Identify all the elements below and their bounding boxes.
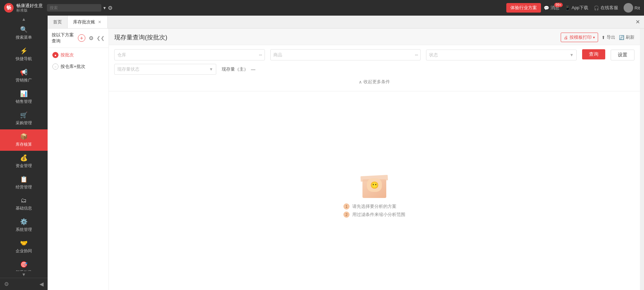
quantity-main-filter: 现存量（主） —: [222, 66, 634, 72]
tip-num-1: 1: [343, 203, 350, 210]
empty-state: 😶 1 请先选择要分析的方案 2 用过滤条件来缩小分析范围: [109, 91, 640, 290]
tab-end-close-btn[interactable]: ✕: [631, 19, 644, 25]
print-label: 按模板打印: [570, 34, 592, 40]
page-title: 现存量查询(按批次): [114, 33, 167, 41]
sidebar-item-label: 搜索菜单: [16, 35, 32, 40]
sidebar-item-finance[interactable]: 💰 资金管理: [0, 151, 48, 172]
app-brand: 畅康通好生意: [16, 3, 43, 8]
scheme-active-icon: ●: [52, 52, 58, 58]
scheme-label: 按批次: [61, 52, 74, 58]
product-dots[interactable]: ···: [414, 51, 418, 58]
app-edition: 标准版: [16, 8, 41, 13]
tab-bar: 首页 库存批次账 ✕ ✕: [48, 16, 644, 29]
sidebar-item-label: 系统管理: [16, 227, 32, 233]
print-btn[interactable]: 🖨 按模板打印 ▾: [561, 33, 598, 42]
enterprise-icon: 🤝: [20, 239, 28, 247]
warehouse-filter[interactable]: 仓库 ···: [114, 49, 265, 60]
refresh-btn[interactable]: 🔄 刷新: [619, 34, 634, 40]
online-service-btn[interactable]: 🎧 在线客服: [594, 5, 618, 11]
warehouse-dots[interactable]: ···: [259, 51, 262, 58]
search-input[interactable]: [47, 4, 101, 12]
sidebar-item-sales[interactable]: 📊 销售管理: [0, 87, 48, 108]
empty-tip-1: 1 请先选择要分析的方案: [343, 203, 405, 210]
product-filter[interactable]: 商品 ···: [270, 49, 421, 60]
sidebar-item-operations[interactable]: 📋 经营管理: [0, 172, 48, 194]
sidebar-item-basics[interactable]: 🗂 基础信息: [0, 194, 48, 215]
settings-scheme-btn[interactable]: ⚙: [87, 34, 95, 42]
empty-tips: 1 请先选择要分析的方案 2 用过滤条件来缩小分析范围: [343, 203, 405, 218]
sidebar: ▲ 🔍 搜索菜单 ⚡ 快捷导航 📢 营销推广 📊 销售管理 🛒 采购管理: [0, 16, 48, 290]
topbar-right: 💬 消息 99+ 📱 App下载 🎧 在线客服 Rit: [544, 3, 640, 13]
newbie-icon: 🎯: [20, 261, 28, 268]
sidebar-item-enterprise[interactable]: 🤝 企业协同: [0, 236, 48, 257]
sidebar-item-system[interactable]: ⚙️ 系统管理: [0, 215, 48, 236]
user-profile-btn[interactable]: Rit: [624, 3, 640, 13]
query-btn[interactable]: 查询: [582, 49, 605, 59]
page-header: 现存量查询(按批次) 🖨 按模板打印 ▾ ⬆ 导出 🔄: [109, 29, 640, 45]
scheme-list: ● 按批次 ○ 按仓库+批次: [48, 48, 108, 74]
inventory-status-filter[interactable]: 现存量状态 ▼: [114, 64, 216, 75]
scheme-label: 按仓库+批次: [61, 64, 85, 70]
sidebar-scroll-down[interactable]: ▼: [0, 271, 48, 278]
refresh-icon: 🔄: [619, 35, 624, 40]
collapse-panel-btn[interactable]: ❮❮: [97, 34, 104, 42]
tip-num-2: 2: [343, 212, 350, 218]
export-btn[interactable]: ⬆ 导出: [601, 34, 615, 40]
username-label: Rit: [634, 5, 640, 11]
app-download-btn[interactable]: 📱 App下载: [565, 5, 588, 11]
sidebar-item-label: 库存核算: [16, 142, 32, 147]
collapse-arrow-icon: ∧: [359, 79, 362, 85]
right-scrollbar[interactable]: [640, 29, 644, 290]
left-panel-header: 按以下方案查询 ＋ ⚙ ❮❮: [48, 29, 108, 48]
sidebar-scroll-up[interactable]: ▲: [0, 16, 48, 22]
sidebar-item-newbie[interactable]: 🎯 新手引导: [0, 257, 48, 271]
filter-area: 仓库 ··· 商品 ··· 状态 ▼: [109, 45, 640, 91]
topbar-search-area: ▾ ⚙: [47, 4, 504, 12]
content-area: 首页 库存批次账 ✕ ✕ 按以下方案查询 ＋ ⚙ ❮❮: [48, 16, 644, 290]
sidebar-item-quick-nav[interactable]: ⚡ 快捷导航: [0, 44, 48, 65]
scheme-item-by-batch[interactable]: ● 按批次: [48, 49, 108, 61]
sidebar-collapse-icon[interactable]: ◀: [39, 281, 44, 287]
sales-icon: 📊: [20, 90, 28, 97]
tab-home-label: 首页: [53, 19, 62, 25]
tab-inventory-batch[interactable]: 库存批次账 ✕: [68, 16, 108, 28]
tab-close-btn[interactable]: ✕: [97, 19, 102, 25]
filter-settings-btn[interactable]: 设置: [611, 50, 634, 60]
sidebar-item-label: 基础信息: [16, 205, 32, 211]
status-dropdown-arrow[interactable]: ▼: [570, 53, 574, 57]
scheme-item-by-warehouse-batch[interactable]: ○ 按仓库+批次: [48, 61, 108, 72]
sidebar-item-label: 营销推广: [16, 77, 32, 83]
warehouse-placeholder: 仓库: [117, 52, 259, 58]
collapse-filters-btn[interactable]: ∧ 收起更多条件: [114, 77, 634, 87]
sidebar-item-inventory[interactable]: 📦 库存核算: [0, 129, 48, 151]
sidebar-item-label: 销售管理: [16, 99, 32, 105]
inventory-status-arrow[interactable]: ▼: [209, 67, 213, 72]
left-panel: 按以下方案查询 ＋ ⚙ ❮❮ ● 按批次 ○ 按仓库+批次: [48, 29, 109, 290]
messages-btn[interactable]: 💬 消息 99+: [544, 5, 559, 11]
topbar-settings-btn[interactable]: ⚙: [108, 5, 113, 11]
status-filter[interactable]: 状态 ▼: [426, 50, 577, 60]
avatar: [624, 3, 633, 13]
sidebar-item-marketing[interactable]: 📢 营销推广: [0, 65, 48, 87]
sidebar-item-search-menu[interactable]: 🔍 搜索菜单: [0, 22, 48, 44]
print-dropdown-icon[interactable]: ▾: [593, 35, 595, 40]
quick-nav-icon: ⚡: [20, 47, 28, 55]
sidebar-item-purchase[interactable]: 🛒 采购管理: [0, 108, 48, 129]
basics-icon: 🗂: [21, 197, 27, 204]
status-placeholder: 状态: [429, 52, 570, 58]
filter-row-1: 仓库 ··· 商品 ··· 状态 ▼: [114, 49, 634, 60]
tab-inventory-batch-label: 库存批次账: [73, 19, 95, 25]
page-container: 按以下方案查询 ＋ ⚙ ❮❮ ● 按批次 ○ 按仓库+批次: [48, 29, 644, 290]
inventory-status-label: 现存量状态: [117, 66, 209, 72]
export-icon: ⬆: [601, 35, 605, 40]
left-panel-actions: ＋ ⚙ ❮❮: [78, 34, 104, 42]
add-scheme-btn[interactable]: ＋: [78, 34, 85, 42]
sidebar-item-label: 采购管理: [16, 120, 32, 126]
app-download-icon: 📱: [565, 5, 570, 11]
tab-home[interactable]: 首页: [48, 16, 68, 28]
scheme-inactive-icon: ○: [52, 64, 58, 70]
sidebar-settings-icon[interactable]: ⚙: [4, 281, 9, 287]
search-dropdown-btn[interactable]: ▾: [103, 5, 106, 11]
app-download-label: App下载: [572, 5, 588, 11]
trial-btn[interactable]: 体验行业方案: [506, 3, 541, 13]
